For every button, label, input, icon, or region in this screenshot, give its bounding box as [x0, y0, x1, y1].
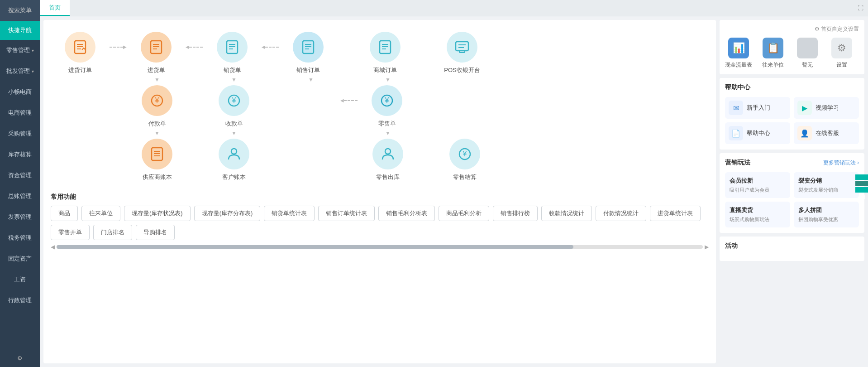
func-btn-9[interactable]: 收款情况统计 [541, 206, 592, 221]
sidebar-item-0[interactable]: 零售管理▾ [0, 40, 40, 61]
sidebar-item-11[interactable]: 工资 [0, 269, 40, 290]
lingshou-chuku-label: 零售出库 [376, 173, 400, 181]
func-btn-8[interactable]: 销售排行榜 [493, 206, 538, 221]
tabbar: 首页 ⛶ [40, 0, 868, 16]
help-icon-1: ▶ [797, 101, 812, 115]
gongyingshang-label: 供应商账本 [143, 173, 172, 181]
qa-icon-1[interactable]: 📋往来单位 [759, 38, 787, 69]
func-btn-7[interactable]: 商品毛利分析 [439, 206, 489, 221]
flow-diagram: 进货订单 进货单 [51, 27, 709, 186]
qa-icon-0[interactable]: 📊现金流量表 [725, 38, 752, 69]
flow-node-lingshou-dan[interactable]: ¥ 零售单 [358, 85, 416, 128]
pos-label: POS收银开台 [444, 66, 480, 74]
flow-node-fukuan[interactable]: ¥ 付款单 [128, 85, 186, 128]
marketing-section: 营销玩法 更多营销玩法 › 会员拉新吸引用户成为会员裂变分销裂变式发展分销商直播… [720, 153, 864, 233]
down-arrow-xiaohuo: ▼ [231, 74, 237, 85]
flow-node-lingshou-chuku[interactable]: 零售出库 [358, 139, 417, 181]
func-btn-4[interactable]: 销货单统计表 [264, 206, 315, 221]
shangcheng-dingdan-label: 商城订单 [373, 66, 397, 74]
flow-node-jinhuo-dan[interactable]: 进货单 [127, 32, 186, 74]
func-btn-2[interactable]: 现存量(库存状况表) [124, 206, 191, 221]
search-menu-button[interactable]: 搜索菜单 [0, 0, 40, 21]
xiaohuo-dan-label: 销货单 [224, 66, 241, 74]
sidebar-settings-icon[interactable]: ⚙ [0, 349, 40, 367]
func-btn-12[interactable]: 零售开单 [51, 225, 90, 240]
help-item-2[interactable]: 📄帮助中心 [725, 122, 790, 144]
down-fukuan: ▼ [128, 128, 186, 139]
tab-home[interactable]: 首页 [40, 0, 70, 16]
qa-icon-box-3: ⚙ [831, 38, 852, 58]
marketing-desc-1: 裂变式发展分销商 [798, 187, 854, 193]
sidebar-item-6[interactable]: 资金管理 [0, 165, 40, 186]
shoukuan-label: 收款单 [225, 120, 243, 128]
flow-node-jinhuo-dingdan[interactable]: 进货订单 [51, 32, 110, 74]
expand-button[interactable]: ⛶ [853, 0, 868, 16]
quick-nav-button[interactable]: 快捷导航 [0, 21, 40, 40]
marketing-item-0[interactable]: 会员拉新吸引用户成为会员 [725, 172, 790, 198]
flow-node-xiaohuo-dan[interactable]: 销货单 [203, 32, 262, 74]
func-btn-6[interactable]: 销售毛利分析表 [378, 206, 435, 221]
flow-node-kehu[interactable]: 客户账本 [205, 139, 263, 181]
sidebar-item-3[interactable]: 电商管理 [0, 102, 40, 123]
func-btn-3[interactable]: 现存量(库存分布表) [194, 206, 261, 221]
float-service[interactable]: 服务社区 [855, 181, 868, 186]
func-btn-11[interactable]: 进货单统计表 [650, 206, 701, 221]
func-btn-14[interactable]: 导购排名 [136, 225, 175, 240]
scroll-track[interactable] [57, 245, 703, 249]
help-item-3[interactable]: 👤在线客服 [794, 122, 859, 144]
help-item-0[interactable]: ✉新手入门 [725, 97, 790, 119]
sidebar-item-10[interactable]: 固定资产 [0, 248, 40, 269]
help-item-1[interactable]: ▶视频学习 [794, 97, 859, 119]
homepage-settings-link[interactable]: ⚙ 首页自定义设置 [815, 25, 859, 33]
sidebar-item-8[interactable]: 发票管理 [0, 207, 40, 227]
scroll-left-arrow[interactable]: ◀ [51, 244, 55, 250]
float-desktop[interactable]: 桌面快捷 [855, 187, 868, 193]
shoukuan-icon: ¥ [219, 85, 249, 116]
sidebar-item-5[interactable]: 库存核算 [0, 144, 40, 165]
marketing-item-2[interactable]: 直播卖货场景式购物新玩法 [725, 202, 790, 227]
down-shoukuan: ▼ [205, 128, 263, 139]
float-kefu[interactable]: 客服热线 [855, 174, 868, 180]
qa-icon-label-1: 往来单位 [762, 61, 784, 69]
flow-node-shoukuan[interactable]: ¥ 收款单 [205, 85, 263, 128]
marketing-item-3[interactable]: 多人拼团拼团购物享受优惠 [794, 202, 859, 227]
func-btn-1[interactable]: 往来单位 [81, 206, 120, 221]
sidebar-item-7[interactable]: 总账管理 [0, 186, 40, 207]
sidebar-item-9[interactable]: 税务管理 [0, 227, 40, 248]
sidebar-item-1[interactable]: 批发管理▾ [0, 61, 40, 82]
flow-node-gongyingshang[interactable]: 供应商账本 [128, 139, 186, 181]
scroll-right-arrow[interactable]: ▶ [705, 244, 709, 250]
kehu-icon [219, 139, 249, 169]
marketing-title-2: 直播卖货 [730, 206, 786, 214]
down-arrow-shoukuan: ▼ [231, 128, 237, 139]
sidebar-item-4[interactable]: 采购管理 [0, 123, 40, 144]
flow-row-2: ¥ 付款单 ¥ 收款单 [51, 85, 709, 128]
flow-row-1: 进货订单 进货单 [51, 32, 709, 74]
float-buttons: 客服热线 服务社区 桌面快捷 [855, 174, 868, 193]
func-btn-0[interactable]: 商品 [51, 206, 78, 221]
func-btn-10[interactable]: 付款情况统计 [596, 206, 646, 221]
flow-node-lingshou-jiesuan[interactable]: ¥ 零售结算 [435, 139, 494, 181]
more-marketing-link[interactable]: 更多营销玩法 › [823, 159, 859, 167]
flow-node-pos[interactable]: POS收银开台 [433, 32, 491, 74]
sidebar-item-2[interactable]: 小畅电商 [0, 82, 40, 102]
main-area: 首页 ⛶ 进货订单 [40, 0, 868, 367]
down-connector-xiaohuo: ▼ [205, 74, 263, 85]
func-btn-13[interactable]: 门店排名 [93, 225, 132, 240]
func-btn-5[interactable]: 销售订单统计表 [318, 206, 375, 221]
qa-icons: 📊现金流量表📋往来单位暂无⚙设置 [725, 38, 859, 69]
qa-icon-2[interactable]: 暂无 [794, 38, 821, 69]
flow-node-xiaoshou-dingdan[interactable]: 销售订单 [279, 32, 338, 74]
qa-icon-label-3: 设置 [836, 61, 847, 69]
func-buttons: 商品往来单位现存量(库存状况表)现存量(库存分布表)销货单统计表销售订单统计表销… [51, 206, 709, 240]
shangcheng-dingdan-icon [370, 32, 401, 63]
marketing-item-1[interactable]: 裂变分销裂变式发展分销商 [794, 172, 859, 198]
sidebar-item-12[interactable]: 行政管理 [0, 290, 40, 311]
right-panel: ⚙ 首页自定义设置 📊现金流量表📋往来单位暂无⚙设置 帮助中心 ✉新手入门▶视频… [720, 20, 864, 363]
xiaoshou-dingdan-label: 销售订单 [296, 66, 320, 74]
pos-icon [447, 32, 477, 63]
down-connector-shangcheng: ▼ [358, 74, 417, 85]
qa-icon-3[interactable]: ⚙设置 [828, 38, 855, 69]
flow-node-shangcheng-dingdan[interactable]: 商城订单 [356, 32, 415, 74]
jinhuo-dan-label: 进货单 [148, 66, 165, 74]
